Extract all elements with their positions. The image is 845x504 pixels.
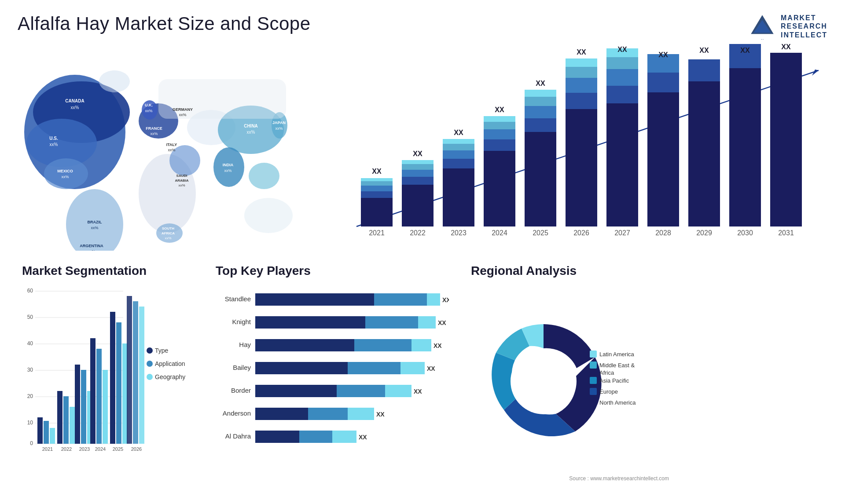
svg-rect-72 — [443, 144, 474, 150]
svg-text:XX: XX — [359, 434, 367, 441]
svg-rect-64 — [402, 170, 434, 177]
svg-rect-208 — [590, 388, 597, 395]
svg-rect-92 — [566, 78, 597, 93]
svg-text:XX: XX — [699, 47, 709, 54]
svg-rect-142 — [81, 370, 86, 444]
svg-rect-146 — [103, 370, 108, 444]
svg-rect-145 — [96, 349, 102, 444]
svg-text:North America: North America — [599, 399, 636, 406]
logo: M MARKET RESEARCH INTELLECT — [749, 13, 827, 40]
svg-text:2027: 2027 — [614, 229, 630, 237]
svg-rect-187 — [337, 385, 385, 397]
svg-text:JAPAN: JAPAN — [272, 121, 286, 125]
svg-rect-181 — [255, 362, 348, 374]
bottom-content: Market Segmentation 60 50 40 30 20 10 0 — [18, 255, 304, 484]
svg-rect-70 — [443, 159, 474, 168]
svg-rect-171 — [255, 316, 365, 329]
svg-text:XX: XX — [372, 168, 382, 175]
main-content: CANADA xx% U.S. xx% MEXICO xx% BRAZIL xx… — [0, 44, 845, 484]
svg-point-6 — [44, 158, 88, 189]
svg-rect-203 — [590, 362, 597, 369]
svg-rect-197 — [299, 431, 332, 443]
svg-text:xx%: xx% — [143, 150, 151, 155]
svg-text:2025: 2025 — [113, 446, 123, 452]
svg-rect-78 — [484, 129, 515, 139]
svg-text:xx%: xx% — [50, 142, 58, 147]
svg-text:0: 0 — [30, 440, 33, 446]
svg-text:2022: 2022 — [410, 229, 426, 237]
svg-text:XX: XX — [577, 48, 586, 56]
svg-text:XX: XX — [427, 365, 435, 372]
svg-rect-147 — [110, 312, 115, 444]
svg-rect-100 — [606, 57, 638, 69]
svg-text:xx%: xx% — [178, 183, 185, 187]
svg-text:XX: XX — [442, 296, 449, 303]
svg-rect-76 — [484, 151, 515, 226]
logo-line2: RESEARCH — [781, 22, 827, 30]
segmentation-title: Market Segmentation — [22, 264, 198, 278]
svg-text:30: 30 — [27, 367, 33, 373]
svg-point-161 — [147, 361, 153, 367]
svg-rect-182 — [348, 362, 400, 374]
svg-rect-56 — [361, 191, 393, 198]
svg-text:SOUTH: SOUTH — [162, 226, 174, 230]
svg-text:xx%: xx% — [91, 226, 98, 230]
svg-text:2031: 2031 — [778, 229, 794, 237]
svg-rect-83 — [525, 132, 556, 226]
svg-rect-138 — [57, 391, 62, 444]
svg-text:XX: XX — [434, 342, 442, 349]
svg-text:2030: 2030 — [737, 229, 753, 237]
svg-text:Middle East &: Middle East & — [599, 362, 635, 369]
svg-rect-63 — [402, 177, 434, 185]
svg-rect-91 — [566, 93, 597, 109]
svg-text:XX: XX — [438, 319, 446, 326]
svg-rect-99 — [606, 69, 638, 86]
logo-line1: MARKET — [781, 14, 827, 22]
svg-text:Africa: Africa — [599, 369, 614, 376]
svg-text:XX: XX — [454, 129, 463, 136]
header: Alfalfa Hay Market Size and Scope M MARK… — [0, 0, 845, 44]
svg-rect-137 — [50, 428, 55, 444]
svg-text:M: M — [761, 39, 764, 40]
regional-section: Regional Analysis — [467, 264, 673, 484]
bar-chart: XX 2021 XX 2022 XX 2023 XX 20 — [321, 44, 841, 251]
svg-text:xx%: xx% — [145, 109, 152, 113]
svg-rect-141 — [75, 365, 80, 444]
svg-text:Application: Application — [155, 360, 185, 367]
svg-rect-73 — [443, 139, 474, 144]
svg-rect-55 — [361, 198, 393, 226]
svg-point-17 — [249, 163, 279, 189]
svg-text:Standlee: Standlee — [225, 295, 251, 303]
svg-text:2024: 2024 — [95, 446, 106, 452]
logo-line3: INTELLECT — [781, 31, 827, 39]
svg-rect-71 — [443, 150, 474, 159]
svg-text:2028: 2028 — [655, 229, 671, 237]
regional-chart: Latin America Middle East & Africa Asia … — [471, 285, 669, 469]
svg-rect-135 — [37, 417, 43, 444]
svg-rect-148 — [116, 322, 121, 444]
svg-text:CANADA: CANADA — [65, 99, 84, 103]
page-title: Alfalfa Hay Market Size and Scope — [18, 13, 311, 34]
svg-text:2025: 2025 — [533, 229, 548, 237]
svg-text:XX: XX — [376, 411, 385, 418]
world-map: CANADA xx% U.S. xx% MEXICO xx% BRAZIL xx… — [18, 44, 304, 251]
svg-text:Bailey: Bailey — [233, 364, 251, 371]
svg-rect-183 — [400, 362, 425, 374]
svg-text:Knight: Knight — [232, 318, 251, 325]
svg-text:XX: XX — [413, 150, 422, 157]
svg-rect-196 — [255, 431, 299, 443]
svg-rect-94 — [566, 58, 597, 67]
svg-point-163 — [147, 374, 153, 380]
svg-text:XX: XX — [495, 106, 504, 113]
svg-text:Al Dahra: Al Dahra — [225, 432, 251, 440]
svg-text:10: 10 — [27, 420, 33, 426]
svg-rect-193 — [348, 408, 374, 420]
svg-text:CHINA: CHINA — [244, 124, 258, 128]
svg-text:Asia Pacific: Asia Pacific — [599, 377, 629, 384]
svg-rect-97 — [606, 103, 638, 226]
svg-text:50: 50 — [27, 314, 33, 320]
svg-rect-136 — [44, 421, 49, 444]
svg-rect-66 — [402, 160, 434, 164]
svg-point-8 — [99, 70, 130, 92]
svg-rect-62 — [402, 185, 434, 226]
